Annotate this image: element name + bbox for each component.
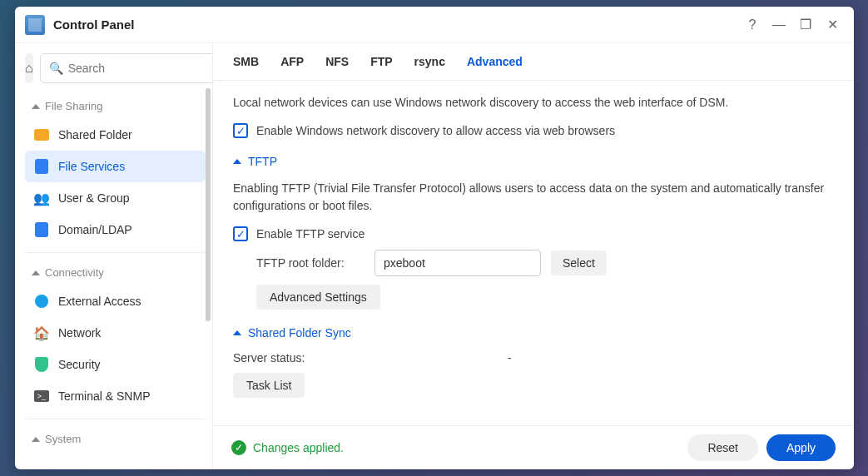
sidebar: ⌂ 🔍 File Sharing Shared Folder File Serv… [15,43,213,469]
tab-smb[interactable]: SMB [233,55,259,70]
apply-button[interactable]: Apply [766,434,836,461]
sidebar-item-label: Security [58,358,101,371]
sidebar-item-label: Domain/LDAP [58,223,132,236]
tab-rsync[interactable]: rsync [414,55,445,70]
tab-advanced[interactable]: Advanced [467,55,523,70]
footer: ✓ Changes applied. Reset Apply [213,425,854,469]
checkbox-checked-icon[interactable]: ✓ [233,226,248,241]
titlebar: Control Panel ? — ❐ ✕ [15,7,854,43]
sidebar-item-label: External Access [58,295,141,308]
body: ⌂ 🔍 File Sharing Shared Folder File Serv… [15,43,854,469]
control-panel-window: Control Panel ? — ❐ ✕ ⌂ 🔍 File Sharing [15,7,854,469]
sidebar-group-connectivity[interactable]: Connectivity [25,260,206,285]
checkbox-label: Enable Windows network discovery to allo… [256,124,615,137]
shield-icon [33,356,50,373]
chevron-up-icon [32,270,40,275]
folder-icon [33,126,50,143]
chevron-up-icon [233,159,241,164]
sidebar-group-system[interactable]: System [25,426,206,452]
file-icon [33,158,50,175]
tabs: SMB AFP NFS FTP rsync Advanced [213,43,854,81]
search-input-wrap[interactable]: 🔍 [40,53,213,83]
divider [25,419,206,419]
sidebar-item-domain-ldap[interactable]: Domain/LDAP [25,214,206,245]
tftp-checkbox-row[interactable]: ✓ Enable TFTP service [233,226,834,241]
terminal-icon: >_ [33,388,50,404]
tab-ftp[interactable]: FTP [370,55,392,70]
home-icon: ⌂ [25,61,33,76]
help-button[interactable]: ? [741,13,764,37]
discovery-description: Local network devices can use Windows ne… [233,94,834,112]
section-tftp[interactable]: TFTP [233,155,834,168]
search-input[interactable] [68,62,213,75]
content: Local network devices can use Windows ne… [213,81,854,425]
footer-status: ✓ Changes applied. [231,440,679,455]
tftp-root-label: TFTP root folder: [256,256,365,270]
sidebar-item-label: File Services [58,160,125,173]
sidebar-item-terminal-snmp[interactable]: >_ Terminal & SNMP [25,380,206,412]
app-icon [25,15,45,35]
task-list-button[interactable]: Task List [233,373,305,398]
sidebar-item-label: User & Group [58,191,130,205]
footer-status-text: Changes applied. [253,441,344,454]
chevron-up-icon [32,104,40,109]
success-icon: ✓ [231,440,246,455]
network-icon: 🏠 [33,325,50,341]
domain-icon [33,221,50,238]
home-button[interactable]: ⌂ [25,53,33,83]
tab-afp[interactable]: AFP [280,55,304,70]
window-title: Control Panel [53,17,737,32]
chevron-up-icon [32,437,40,442]
sidebar-item-security[interactable]: Security [25,349,206,380]
checkbox-label: Enable TFTP service [256,227,365,240]
select-button[interactable]: Select [551,250,607,275]
tftp-description: Enabling TFTP (Trivial File Transfer Pro… [233,180,834,215]
sidebar-item-shared-folder[interactable]: Shared Folder [25,119,206,151]
sidebar-group-label: File Sharing [45,100,102,112]
tab-nfs[interactable]: NFS [325,55,349,70]
server-status-value: - [508,351,512,364]
user-icon: 👥 [33,190,50,206]
divider [25,252,206,253]
discovery-checkbox-row[interactable]: ✓ Enable Windows network discovery to al… [233,123,834,138]
sidebar-group-label: System [45,433,81,445]
tftp-root-input[interactable] [374,250,541,276]
close-button[interactable]: ✕ [821,13,844,37]
maximize-button[interactable]: ❐ [794,13,817,37]
sidebar-item-file-services[interactable]: File Services [25,151,206,182]
search-icon: 🔍 [49,62,63,75]
sidebar-item-label: Network [58,326,101,340]
section-shared-folder-sync[interactable]: Shared Folder Sync [233,326,834,340]
sidebar-scrollbar[interactable] [206,88,211,321]
main: SMB AFP NFS FTP rsync Advanced Local net… [213,43,854,469]
section-title: Shared Folder Sync [248,326,351,340]
server-status-label: Server status: [233,351,474,364]
sidebar-item-label: Shared Folder [58,128,132,141]
sidebar-item-label: Terminal & SNMP [58,389,150,403]
sidebar-group-label: Connectivity [45,266,104,279]
sidebar-item-user-group[interactable]: 👥 User & Group [25,182,206,214]
chevron-up-icon [233,330,241,335]
reset-button[interactable]: Reset [687,434,758,461]
advanced-settings-button[interactable]: Advanced Settings [256,285,380,310]
minimize-button[interactable]: — [767,13,791,37]
sidebar-group-file-sharing[interactable]: File Sharing [25,93,206,119]
section-title: TFTP [248,155,277,168]
external-icon [33,293,50,310]
sidebar-item-network[interactable]: 🏠 Network [25,317,206,349]
checkbox-checked-icon[interactable]: ✓ [233,123,248,138]
sidebar-item-external-access[interactable]: External Access [25,285,206,317]
